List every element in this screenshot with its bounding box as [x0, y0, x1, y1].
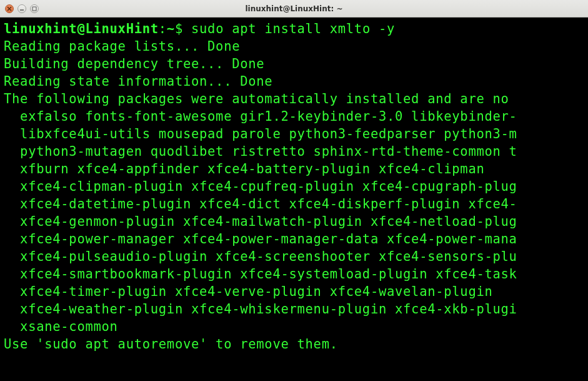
prompt-path: ~: [167, 21, 175, 36]
minimize-icon: [19, 6, 24, 11]
output-line: xfce4-pulseaudio-plugin xfce4-screenshoo…: [4, 249, 517, 264]
output-line: Reading state information... Done: [4, 74, 272, 89]
output-line: xfce4-timer-plugin xfce4-verve-plugin xf…: [4, 284, 493, 299]
terminal-window: linuxhint@LinuxHint: ~ linuxhint@LinuxHi…: [0, 0, 588, 381]
command-text: sudo apt install xmlto -y: [191, 21, 395, 36]
output-line: xfce4-genmon-plugin xfce4-mailwatch-plug…: [4, 214, 517, 229]
output-line: xfce4-weather-plugin xfce4-whiskermenu-p…: [4, 302, 517, 317]
output-line: xfce4-smartbookmark-plugin xfce4-systeml…: [4, 267, 517, 282]
prompt-user-host: linuxhint@LinuxHint: [4, 21, 159, 36]
output-line: exfalso fonts-font-awesome gir1.2-keybin…: [4, 109, 517, 124]
output-line: Use 'sudo apt autoremove' to remove them…: [4, 337, 338, 352]
terminal-body[interactable]: linuxhint@LinuxHint:~$ sudo apt install …: [0, 18, 588, 381]
svg-rect-0: [32, 7, 36, 11]
output-line: Reading package lists... Done: [4, 39, 240, 54]
titlebar[interactable]: linuxhint@LinuxHint: ~: [0, 0, 588, 18]
window-title: linuxhint@LinuxHint: ~: [245, 4, 342, 13]
output-line: xsane-common: [4, 319, 118, 334]
output-line: xfburn xfce4-appfinder xfce4-battery-plu…: [4, 161, 484, 176]
output-line: xfce4-clipman-plugin xfce4-cpufreq-plugi…: [4, 179, 517, 194]
prompt-separator: :: [159, 21, 167, 36]
output-line: xfce4-datetime-plugin xfce4-dict xfce4-d…: [4, 196, 517, 211]
minimize-button[interactable]: [17, 4, 26, 13]
output-line: Building dependency tree... Done: [4, 56, 264, 71]
close-button[interactable]: [5, 4, 14, 13]
close-icon: [7, 6, 12, 11]
output-line: python3-mutagen quodlibet ristretto sphi…: [4, 144, 517, 159]
titlebar-controls: [5, 4, 39, 13]
output-line: xfce4-power-manager xfce4-power-manager-…: [4, 231, 517, 246]
output-line: libxfce4ui-utils mousepad parole python3…: [4, 126, 517, 141]
output-line: The following packages were automaticall…: [4, 91, 517, 106]
maximize-icon: [32, 6, 37, 11]
prompt-suffix: $: [175, 21, 191, 36]
maximize-button[interactable]: [30, 4, 39, 13]
